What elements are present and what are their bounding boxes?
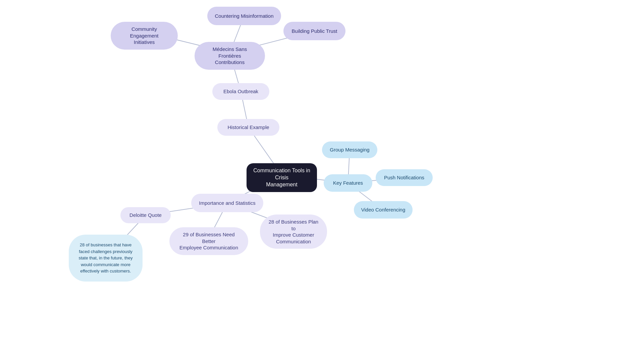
connections-svg bbox=[0, 0, 644, 363]
node-label-deloitte_text: 28 of businesses that have faced challen… bbox=[78, 242, 132, 275]
node-label-customer: 28 of Businesses Plan to Improve Custome… bbox=[267, 219, 320, 245]
node-video_conf[interactable]: Video Conferencing bbox=[354, 201, 413, 219]
node-employee[interactable]: 29 of Businesses Need Better Employee Co… bbox=[169, 227, 248, 255]
node-label-countering: Countering Misinformation bbox=[215, 13, 273, 19]
node-ebola[interactable]: Ebola Outbreak bbox=[212, 83, 269, 100]
node-label-ebola: Ebola Outbreak bbox=[223, 88, 258, 95]
node-label-importance: Importance and Statistics bbox=[199, 200, 255, 206]
node-historical[interactable]: Historical Example bbox=[217, 119, 279, 136]
node-label-building: Building Public Trust bbox=[292, 28, 337, 35]
node-label-group_msg: Group Messaging bbox=[330, 146, 369, 153]
mindmap-container: Communication Tools in Crisis Management… bbox=[0, 0, 644, 363]
node-push_notif[interactable]: Push Notifications bbox=[376, 169, 433, 186]
node-importance[interactable]: Importance and Statistics bbox=[191, 194, 263, 212]
node-label-deloitte: Deloitte Quote bbox=[129, 212, 162, 219]
node-label-center: Communication Tools in Crisis Management bbox=[253, 167, 310, 188]
node-key_features[interactable]: Key Features bbox=[324, 174, 372, 192]
node-label-historical: Historical Example bbox=[227, 124, 269, 131]
node-msf[interactable]: Médecins Sans Frontières Contributions bbox=[195, 42, 265, 70]
node-label-msf: Médecins Sans Frontières Contributions bbox=[201, 46, 258, 66]
node-center[interactable]: Communication Tools in Crisis Management bbox=[247, 163, 317, 192]
node-community[interactable]: Community Engagement Initiatives bbox=[111, 22, 178, 50]
node-label-push_notif: Push Notifications bbox=[384, 174, 424, 181]
node-label-employee: 29 of Businesses Need Better Employee Co… bbox=[176, 231, 241, 251]
node-label-community: Community Engagement Initiatives bbox=[117, 26, 171, 46]
node-label-key_features: Key Features bbox=[333, 180, 363, 186]
node-group_msg[interactable]: Group Messaging bbox=[322, 141, 377, 158]
node-deloitte_text[interactable]: 28 of businesses that have faced challen… bbox=[69, 235, 143, 282]
node-deloitte[interactable]: Deloitte Quote bbox=[120, 207, 171, 223]
node-customer[interactable]: 28 of Businesses Plan to Improve Custome… bbox=[260, 215, 327, 249]
node-countering[interactable]: Countering Misinformation bbox=[207, 7, 281, 25]
node-building[interactable]: Building Public Trust bbox=[283, 22, 345, 40]
node-label-video_conf: Video Conferencing bbox=[361, 206, 405, 213]
